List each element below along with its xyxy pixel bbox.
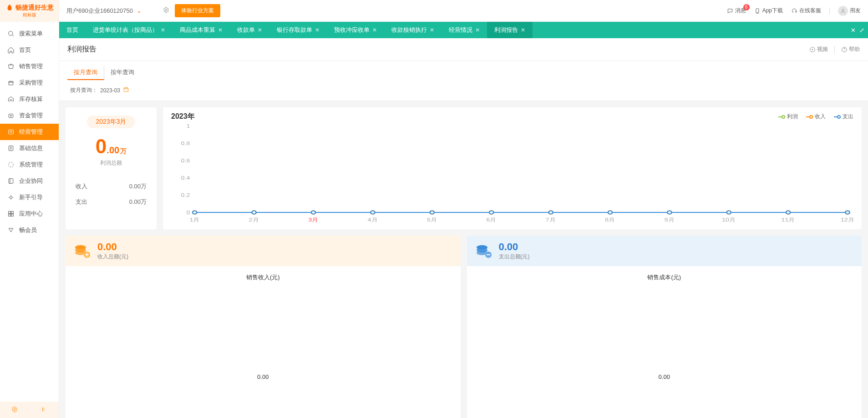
menu-icon bbox=[7, 128, 15, 136]
svg-point-11 bbox=[14, 408, 16, 410]
svg-point-4 bbox=[9, 162, 14, 167]
content-scroll[interactable]: 利润报告 视频 帮助 按月查询按年查询 按月查询： bbox=[59, 38, 868, 418]
sidebar-item-label: 资金管理 bbox=[19, 111, 43, 120]
tab-0[interactable]: 首页 bbox=[59, 22, 86, 38]
menu-icon bbox=[7, 145, 15, 152]
sidebar-item-4[interactable]: 库存核算 bbox=[0, 91, 59, 107]
messages-button[interactable]: 消息 6 bbox=[727, 7, 746, 15]
account-selector[interactable]: 用户690企业1660120750 ⌄ bbox=[66, 7, 157, 15]
svg-text:7月: 7月 bbox=[546, 217, 556, 222]
close-icon[interactable]: ✕ bbox=[475, 27, 480, 33]
logo[interactable]: 畅捷通好生意 精标版 bbox=[0, 0, 59, 22]
sidebar-item-label: 搜索菜单 bbox=[19, 30, 43, 38]
svg-point-66 bbox=[430, 211, 434, 214]
tab-6[interactable]: 收款核销执行✕ bbox=[384, 22, 442, 38]
account-name: 用户690企业1660120750 bbox=[66, 7, 133, 15]
svg-point-65 bbox=[371, 211, 375, 214]
sidebar-item-label: 经营管理 bbox=[19, 128, 43, 136]
query-value[interactable]: 2023-03 bbox=[100, 87, 120, 94]
close-icon[interactable]: ✕ bbox=[258, 27, 262, 33]
trial-plan-button[interactable]: 体验行业方案 bbox=[175, 4, 220, 17]
tabbar-expand-icon[interactable]: ⤢ bbox=[859, 27, 864, 34]
tab-7[interactable]: 经营情况✕ bbox=[442, 22, 487, 38]
legend-item[interactable]: 支出 bbox=[834, 113, 853, 121]
tab-1[interactable]: 进货单统计表（按商品）✕ bbox=[86, 22, 173, 38]
menu-icon bbox=[7, 112, 15, 119]
calendar-icon[interactable] bbox=[123, 86, 129, 94]
online-service-button[interactable]: 在线客服 bbox=[791, 7, 821, 15]
query-tabs: 按月查询按年查询 bbox=[59, 61, 868, 80]
tab-4[interactable]: 银行存取款单✕ bbox=[269, 22, 327, 38]
chevron-down-icon: ⌄ bbox=[137, 7, 142, 14]
sidebar-item-label: 企业协同 bbox=[19, 177, 43, 185]
svg-text:10月: 10月 bbox=[722, 217, 736, 222]
close-icon[interactable]: ✕ bbox=[218, 27, 223, 33]
close-icon[interactable]: ✕ bbox=[372, 27, 377, 33]
tab-5[interactable]: 预收冲应收单✕ bbox=[327, 22, 384, 38]
chart-card: 2023年 利润收入支出 00.20.40.60.811月2月3月4月5月6月7… bbox=[163, 107, 862, 229]
logo-subtext: 精标版 bbox=[23, 12, 36, 18]
legend-item[interactable]: 收入 bbox=[806, 113, 826, 121]
svg-point-64 bbox=[311, 211, 315, 214]
page-header: 利润报告 视频 帮助 bbox=[59, 38, 868, 61]
menu-icon bbox=[7, 227, 15, 234]
svg-text:6月: 6月 bbox=[486, 217, 496, 222]
tab-label: 经营情况 bbox=[449, 26, 472, 34]
query-tab-0[interactable]: 按月查询 bbox=[67, 65, 104, 80]
menu-icon bbox=[7, 194, 15, 201]
menu-icon bbox=[7, 210, 15, 217]
svg-point-15 bbox=[842, 9, 844, 11]
svg-text:12月: 12月 bbox=[841, 217, 853, 222]
expense-panel: 0.00 支出总额(元) 销售成本(元)0.000%销售成本0.00商品类支出(… bbox=[467, 236, 862, 418]
menu-icon bbox=[7, 79, 15, 86]
sidebar-item-11[interactable]: 应用中心 bbox=[0, 206, 59, 222]
profit-total: 0 .00 万 bbox=[96, 136, 127, 156]
sidebar-item-label: 库存核算 bbox=[19, 95, 43, 103]
svg-point-68 bbox=[549, 211, 553, 214]
expense-icon bbox=[474, 242, 493, 261]
user-menu[interactable]: 用友 bbox=[838, 6, 861, 16]
panel-row: 销售收入(元)0.000% bbox=[73, 269, 453, 418]
legend-item[interactable]: 利润 bbox=[778, 113, 798, 121]
sidebar-item-3[interactable]: 采购管理 bbox=[0, 75, 59, 91]
tab-label: 首页 bbox=[66, 26, 78, 34]
svg-text:3月: 3月 bbox=[308, 217, 318, 222]
svg-point-71 bbox=[727, 211, 731, 214]
tab-3[interactable]: 收款单✕ bbox=[230, 22, 269, 38]
sidebar-item-6[interactable]: 经营管理 bbox=[0, 124, 59, 140]
line-chart: 00.20.40.60.811月2月3月4月5月6月7月8月9月10月11月12… bbox=[171, 121, 853, 226]
menu-icon bbox=[7, 177, 15, 185]
sidebar-item-12[interactable]: 畅会员 bbox=[0, 222, 59, 238]
sidebar-item-0[interactable]: 搜索菜单 bbox=[0, 25, 59, 42]
help-button[interactable]: 帮助 bbox=[841, 45, 860, 53]
svg-point-72 bbox=[786, 211, 790, 214]
close-icon[interactable]: ✕ bbox=[161, 27, 165, 33]
sidebar-item-1[interactable]: 首页 bbox=[0, 42, 59, 58]
app-download-button[interactable]: App下载 bbox=[754, 7, 783, 15]
sidebar-item-2[interactable]: 销售管理 bbox=[0, 58, 59, 75]
divider bbox=[834, 46, 835, 53]
gear-icon[interactable] bbox=[163, 7, 169, 15]
settings-icon[interactable] bbox=[11, 406, 18, 414]
sidebar-item-label: 销售管理 bbox=[19, 62, 43, 71]
sidebar-item-9[interactable]: 企业协同 bbox=[0, 173, 59, 189]
query-tab-1[interactable]: 按年查询 bbox=[104, 65, 141, 80]
collapse-icon[interactable] bbox=[41, 406, 47, 414]
svg-rect-9 bbox=[9, 214, 11, 217]
svg-text:1月: 1月 bbox=[189, 217, 199, 222]
close-icon[interactable]: ✕ bbox=[521, 27, 525, 33]
sidebar-item-10[interactable]: 新手引导 bbox=[0, 189, 59, 206]
svg-point-69 bbox=[608, 211, 612, 214]
tab-2[interactable]: 商品成本重算✕ bbox=[173, 22, 230, 38]
sidebar-item-5[interactable]: 资金管理 bbox=[0, 107, 59, 124]
tabbar-close-all-icon[interactable]: ✕ bbox=[851, 27, 856, 34]
close-icon[interactable]: ✕ bbox=[315, 27, 320, 33]
svg-point-67 bbox=[489, 211, 493, 214]
close-icon[interactable]: ✕ bbox=[430, 27, 434, 33]
sidebar-item-7[interactable]: 基础信息 bbox=[0, 140, 59, 156]
svg-text:5月: 5月 bbox=[427, 217, 437, 222]
sidebar-item-8[interactable]: 系统管理 bbox=[0, 156, 59, 173]
video-help-button[interactable]: 视频 bbox=[809, 45, 828, 53]
summary-card: 2023年3月 0 .00 万 利润总额 收入0.00万支出0.00万 bbox=[66, 107, 157, 229]
tab-8[interactable]: 利润报告✕ bbox=[487, 22, 533, 38]
